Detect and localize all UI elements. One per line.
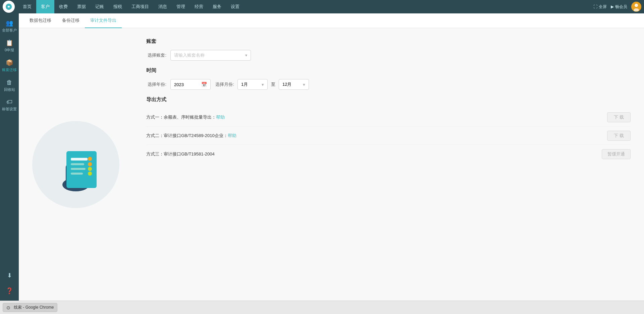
year-input[interactable]: 2023 📅 <box>170 79 211 90</box>
end-month-select[interactable]: 12月 ▾ <box>279 79 309 90</box>
sub-tabs: 数据包迁移 备份迁移 审计文件导出 <box>19 13 644 28</box>
export-method-3-vip-button[interactable]: 暂缓开通 <box>602 149 631 159</box>
sidebar: 👥 全部客户 📋 0申报 📦 账套迁移 🗑 回收站 🏷 标签设置 ⬇ ❓ <box>0 13 19 301</box>
account-select-input[interactable]: 请输入账套名称 ▾ <box>170 50 251 61</box>
top-nav: 首页 客户 收费 票据 记账 报税 工商项目 消息 管理 经营 服务 设置 ⛶ … <box>0 0 644 13</box>
start-month-select[interactable]: 1月 ▾ <box>237 79 268 90</box>
sidebar-download-icon[interactable]: ⬇ <box>4 269 15 282</box>
to-label: 至 <box>271 81 275 87</box>
export-method-2-text: 方式二：审计接口GB/T24589-2010企业：帮助 <box>146 133 600 139</box>
export-method-3-row: 方式三：审计接口GB/T19581-2004 暂缓开通 <box>146 145 631 163</box>
nav-manage[interactable]: 管理 <box>172 0 190 13</box>
fullscreen-button[interactable]: ⛶ 全屏 <box>593 4 607 10</box>
select-account-label: 选择账套: <box>146 52 166 58</box>
nav-business[interactable]: 工商项目 <box>127 0 154 13</box>
nav-message[interactable]: 消息 <box>154 0 172 13</box>
chrome-icon: ⊙ <box>6 305 12 310</box>
account-section-title: 账套 <box>146 38 631 45</box>
export-method-2-help-link[interactable]: 帮助 <box>228 133 236 138</box>
svg-rect-8 <box>71 163 84 165</box>
vip-icon: ▶ <box>611 4 614 9</box>
illustration-circle <box>32 121 119 208</box>
nav-customer[interactable]: 客户 <box>36 0 54 13</box>
export-method-1-text: 方式一：余额表、序时账批量导出：帮助 <box>146 114 600 120</box>
nav-home[interactable]: 首页 <box>18 0 36 13</box>
top-nav-right: ⛶ 全屏 ▶ 畅会员 <box>593 2 641 12</box>
end-month-value: 12月 <box>282 81 291 87</box>
svg-point-12 <box>88 162 92 166</box>
main-layout: 👥 全部客户 📋 0申报 📦 账套迁移 🗑 回收站 🏷 标签设置 ⬇ ❓ 数据包… <box>0 13 644 301</box>
sidebar-label-all-customers: 全部客户 <box>2 28 17 33</box>
sidebar-item-zero-report[interactable]: 📋 0申报 <box>0 36 19 56</box>
migration-icon: 📦 <box>6 59 13 66</box>
taskbar-item-label: 线索 - Google Chrome <box>14 305 54 310</box>
sidebar-label-zero-report: 0申报 <box>5 48 14 52</box>
sidebar-label-recycle: 回收站 <box>4 87 15 92</box>
sidebar-item-tags[interactable]: 🏷 标签设置 <box>0 95 19 115</box>
taskbar-chrome-item[interactable]: ⊙ 线索 - Google Chrome <box>3 303 57 312</box>
nav-service[interactable]: 服务 <box>208 0 226 13</box>
nav-invoice[interactable]: 票据 <box>72 0 91 13</box>
all-customers-icon: 👥 <box>6 19 13 27</box>
export-method-1-help-link[interactable]: 帮助 <box>216 115 225 120</box>
tab-audit-export[interactable]: 审计文件导出 <box>85 13 122 28</box>
sidebar-bottom: ⬇ ❓ <box>3 269 16 301</box>
tags-icon: 🏷 <box>6 99 12 106</box>
nav-tax[interactable]: 报税 <box>109 0 127 13</box>
start-month-value: 1月 <box>241 81 248 87</box>
sidebar-item-migration[interactable]: 📦 账套迁移 <box>0 56 19 75</box>
export-method-1-row: 方式一：余额表、序时账批量导出：帮助 下 载 <box>146 108 631 127</box>
nav-items: 首页 客户 收费 票据 记账 报税 工商项目 消息 管理 经营 服务 设置 <box>18 0 593 13</box>
month-label: 选择月份: <box>214 81 234 87</box>
recycle-icon: 🗑 <box>6 79 12 86</box>
svg-rect-9 <box>71 168 86 170</box>
illustration-area <box>19 28 133 301</box>
svg-point-11 <box>88 157 92 161</box>
svg-rect-7 <box>71 158 88 161</box>
account-placeholder: 请输入账套名称 <box>174 52 205 58</box>
sidebar-label-migration: 账套迁移 <box>2 68 17 72</box>
export-method-3-text: 方式三：审计接口GB/T19581-2004 <box>146 151 595 157</box>
start-month-chevron-icon: ▾ <box>262 82 264 87</box>
tab-data-migration[interactable]: 数据包迁移 <box>24 13 57 28</box>
logo <box>3 1 15 13</box>
time-section-title: 时间 <box>146 67 631 74</box>
sidebar-item-recycle[interactable]: 🗑 回收站 <box>0 76 19 95</box>
page-body: 账套 选择账套: 请输入账套名称 ▾ 时间 选择年份: 2023 <box>19 28 644 301</box>
svg-point-13 <box>88 167 92 171</box>
sidebar-label-tags: 标签设置 <box>2 107 17 111</box>
end-month-chevron-icon: ▾ <box>303 82 305 87</box>
taskbar: ⊙ 线索 - Google Chrome <box>0 301 644 314</box>
export-method-2-download-button[interactable]: 下 载 <box>607 131 631 141</box>
avatar[interactable] <box>631 2 641 12</box>
fullscreen-icon: ⛶ <box>593 4 597 9</box>
nav-fee[interactable]: 收费 <box>54 0 72 13</box>
sidebar-item-all-customers[interactable]: 👥 全部客户 <box>0 16 19 36</box>
illustration-svg <box>46 131 106 198</box>
content-area: 数据包迁移 备份迁移 审计文件导出 <box>19 13 644 301</box>
nav-bookkeeping[interactable]: 记账 <box>91 0 109 13</box>
year-value: 2023 <box>174 82 184 87</box>
calendar-icon: 📅 <box>201 82 207 87</box>
svg-point-2 <box>635 4 638 7</box>
year-label: 选择年份: <box>146 81 166 87</box>
export-method-1-download-button[interactable]: 下 载 <box>607 112 631 122</box>
sidebar-help-icon[interactable]: ❓ <box>3 285 16 297</box>
vip-button[interactable]: ▶ 畅会员 <box>611 4 627 10</box>
form-area: 账套 选择账套: 请输入账套名称 ▾ 时间 选择年份: 2023 <box>133 28 644 301</box>
nav-operation[interactable]: 经营 <box>190 0 208 13</box>
time-form-row: 选择年份: 2023 📅 选择月份: 1月 ▾ 至 12月 <box>146 79 631 90</box>
export-method-2-row: 方式二：审计接口GB/T24589-2010企业：帮助 下 载 <box>146 127 631 145</box>
time-row: 2023 📅 选择月份: 1月 ▾ 至 12月 ▾ <box>170 79 309 90</box>
svg-rect-10 <box>71 173 83 175</box>
account-form-row: 选择账套: 请输入账套名称 ▾ <box>146 50 631 61</box>
account-chevron-icon: ▾ <box>245 53 247 58</box>
svg-point-14 <box>88 172 92 176</box>
nav-settings[interactable]: 设置 <box>226 0 244 13</box>
tab-backup-migration[interactable]: 备份迁移 <box>57 13 85 28</box>
zero-report-icon: 📋 <box>6 39 13 47</box>
export-section-title: 导出方式 <box>146 97 631 103</box>
